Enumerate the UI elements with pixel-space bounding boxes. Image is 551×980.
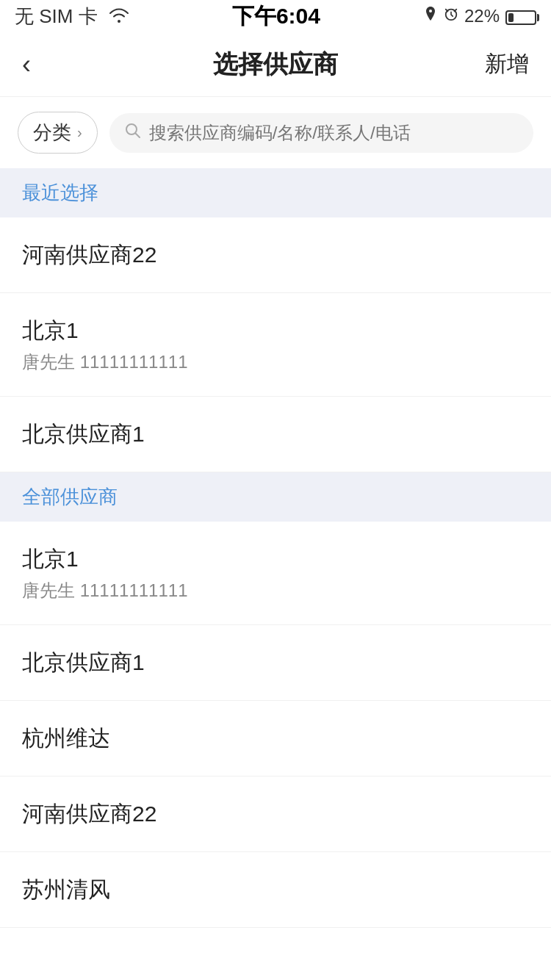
chevron-right-icon: › [77,124,82,141]
search-input-wrap [109,113,533,153]
item-name: 北京供应商1 [22,419,529,450]
page-title: 选择供应商 [213,48,338,82]
item-name: 北京供应商1 [22,647,529,678]
category-button[interactable]: 分类 › [18,112,98,154]
item-name: 河南供应商22 [22,239,529,270]
recent-items-list: 河南供应商22北京1唐先生 11111111111北京供应商1 [0,217,551,472]
svg-point-0 [429,10,432,12]
item-name: 杭州维达 [22,723,529,754]
add-button[interactable]: 新增 [485,49,529,79]
location-icon [423,6,438,26]
list-item[interactable]: 杭州维达 [0,701,551,777]
search-input[interactable] [149,123,519,143]
all-section-header: 全部供应商 [0,472,551,522]
list-item[interactable]: 河南供应商22 [0,777,551,852]
nav-bar: ‹ 选择供应商 新增 [0,32,551,97]
list-item[interactable]: 北京1唐先生 11111111111 [0,293,551,397]
recent-section-label: 最近选择 [22,181,98,203]
list-item[interactable]: 北京供应商1 [0,397,551,472]
back-button[interactable]: ‹ [22,49,66,80]
alarm-icon [444,6,458,26]
battery-icon [505,6,536,26]
item-name: 苏州清风 [22,874,529,905]
list-item[interactable]: 北京供应商1 [0,625,551,701]
all-section-label: 全部供应商 [22,486,118,508]
item-sub: 唐先生 11111111111 [22,579,529,602]
list-item[interactable]: 河南供应商22 [0,217,551,293]
list-item[interactable]: 苏州清风 [0,852,551,928]
search-bar: 分类 › [0,97,551,168]
item-name: 河南供应商22 [22,799,529,829]
item-name: 北京1 [22,315,529,346]
list-item[interactable]: 北京1唐先生 11111111111 [0,522,551,625]
no-sim-text: 无 SIM 卡 [15,5,98,27]
item-name: 北京1 [22,544,529,574]
status-signal: 无 SIM 卡 [15,4,129,29]
recent-section-header: 最近选择 [0,168,551,217]
status-time: 下午6:04 [232,1,320,32]
battery-percent: 22% [464,6,500,26]
all-items-list: 北京1唐先生 11111111111北京供应商1杭州维达河南供应商22苏州清风 [0,522,551,928]
category-label: 分类 [33,120,71,145]
search-icon [124,122,142,144]
status-bar: 无 SIM 卡 下午6:04 22% [0,0,551,32]
status-indicators: 22% [423,6,536,26]
item-sub: 唐先生 11111111111 [22,350,529,374]
wifi-icon [109,5,129,27]
